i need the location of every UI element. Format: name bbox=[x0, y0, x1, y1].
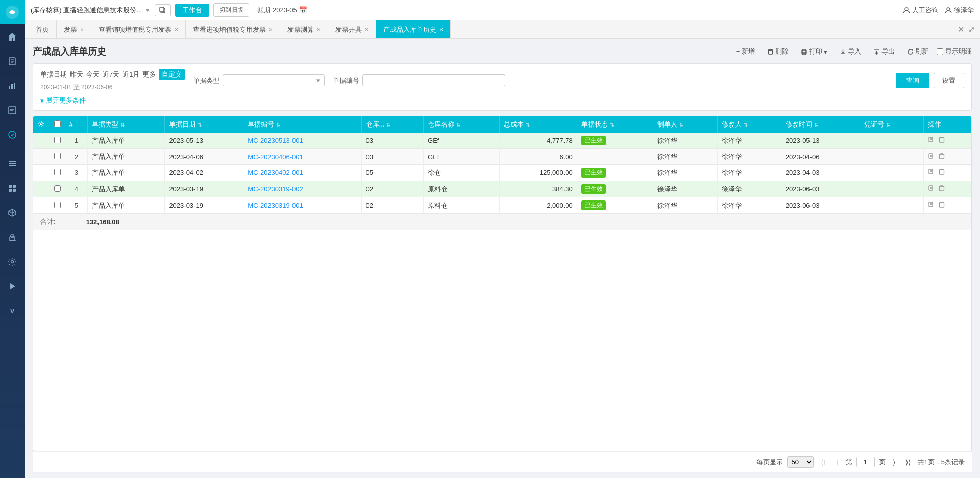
username-display[interactable]: 徐泽华 bbox=[945, 6, 974, 15]
number-link[interactable]: MC-20230402-001 bbox=[248, 169, 303, 177]
per-page-select[interactable]: 50 100 200 bbox=[787, 456, 814, 468]
type-select-input[interactable] bbox=[227, 77, 314, 84]
sidebar-item-version[interactable]: V bbox=[0, 298, 24, 323]
td-checkbox[interactable] bbox=[50, 133, 65, 149]
tab-open[interactable]: 发票开具 × bbox=[328, 20, 376, 39]
th-total-cost[interactable]: 总成本⇅ bbox=[500, 116, 577, 133]
display-detail-toggle[interactable]: 显示明细 bbox=[937, 47, 972, 56]
tab-close-all-button[interactable]: ✕ bbox=[958, 24, 964, 34]
edit-icon[interactable] bbox=[928, 168, 935, 177]
sidebar-item-play[interactable] bbox=[0, 274, 24, 298]
row-checkbox[interactable] bbox=[54, 153, 61, 159]
tab-input-vat-close[interactable]: × bbox=[269, 26, 273, 33]
sidebar-item-invoice[interactable] bbox=[0, 98, 24, 122]
tab-history-close[interactable]: × bbox=[439, 26, 443, 33]
shortcut-7days[interactable]: 近7天 bbox=[103, 70, 119, 79]
shortcut-1month[interactable]: 近1月 bbox=[122, 70, 139, 79]
edit-icon[interactable] bbox=[928, 201, 935, 210]
shortcut-custom[interactable]: 自定义 bbox=[159, 69, 185, 80]
tab-open-close[interactable]: × bbox=[365, 26, 369, 33]
th-warehouse-name[interactable]: 仓库名称⇅ bbox=[424, 116, 500, 133]
next-page-button[interactable]: ⟩ bbox=[890, 457, 898, 467]
number-link[interactable]: MC-20230319-002 bbox=[248, 185, 303, 193]
import-button[interactable]: 导入 bbox=[836, 45, 865, 58]
display-detail-checkbox[interactable] bbox=[937, 48, 943, 55]
row-checkbox[interactable] bbox=[54, 137, 61, 143]
th-checkbox[interactable] bbox=[50, 116, 65, 133]
workbench-button[interactable]: 工作台 bbox=[175, 4, 209, 17]
td-number[interactable]: MC-20230402-001 bbox=[243, 165, 361, 181]
row-checkbox[interactable] bbox=[54, 169, 61, 175]
shortcut-yesterday[interactable]: 昨天 bbox=[70, 70, 83, 79]
company-dropdown-icon[interactable]: ▾ bbox=[146, 6, 150, 14]
sidebar-item-settings[interactable] bbox=[0, 249, 24, 274]
td-number[interactable]: MC-20230319-002 bbox=[243, 181, 361, 197]
copy-button[interactable] bbox=[155, 4, 171, 16]
th-modifier[interactable]: 修改人⇅ bbox=[717, 116, 781, 133]
delete-button[interactable]: 删除 bbox=[763, 45, 793, 58]
tab-sales-vat-close[interactable]: × bbox=[175, 26, 178, 33]
th-voucher[interactable]: 凭证号⇅ bbox=[860, 116, 923, 133]
sidebar-item-home[interactable] bbox=[0, 24, 24, 49]
tab-sales-vat[interactable]: 查看销项增值税专用发票 × bbox=[91, 20, 186, 39]
tab-calc-close[interactable]: × bbox=[317, 26, 321, 33]
sidebar-item-stamp[interactable] bbox=[0, 225, 24, 249]
row-checkbox[interactable] bbox=[54, 202, 61, 208]
tab-home[interactable]: 首页 bbox=[29, 20, 57, 39]
td-checkbox[interactable] bbox=[50, 149, 65, 165]
tab-calc[interactable]: 发票测算 × bbox=[280, 20, 328, 39]
delete-row-icon[interactable] bbox=[938, 185, 945, 193]
set-button[interactable]: 设置 bbox=[934, 73, 964, 88]
th-type[interactable]: 单据类型⇅ bbox=[88, 116, 165, 133]
th-modify-time[interactable]: 修改时间⇅ bbox=[781, 116, 860, 133]
query-button[interactable]: 查询 bbox=[896, 73, 929, 88]
sidebar-item-grid[interactable] bbox=[0, 176, 24, 200]
tab-input-vat[interactable]: 查看进项增值税专用发票 × bbox=[186, 20, 280, 39]
last-page-button[interactable]: ⟩⟩ bbox=[902, 457, 914, 467]
td-number[interactable]: MC-20230513-001 bbox=[243, 133, 361, 149]
th-settings[interactable] bbox=[33, 116, 50, 133]
edit-icon[interactable] bbox=[928, 153, 935, 161]
number-input[interactable] bbox=[367, 77, 501, 84]
sidebar-item-active[interactable] bbox=[0, 122, 24, 147]
export-button[interactable]: 导出 bbox=[869, 45, 899, 58]
delete-row-icon[interactable] bbox=[938, 153, 945, 161]
th-date[interactable]: 单据日期⇅ bbox=[165, 116, 243, 133]
user-service[interactable]: 人工咨询 bbox=[903, 6, 939, 15]
sidebar-item-chart[interactable] bbox=[0, 73, 24, 98]
td-checkbox[interactable] bbox=[50, 181, 65, 197]
sidebar-item-box[interactable] bbox=[0, 200, 24, 225]
shortcut-today[interactable]: 今天 bbox=[86, 70, 100, 79]
td-number[interactable]: MC-20230406-001 bbox=[243, 149, 361, 165]
row-checkbox[interactable] bbox=[54, 185, 61, 192]
th-warehouse-code[interactable]: 仓库...⇅ bbox=[361, 116, 423, 133]
td-checkbox[interactable] bbox=[50, 165, 65, 181]
first-page-button[interactable]: ⟨⟨ bbox=[818, 457, 829, 467]
tab-maximize-button[interactable]: ⤢ bbox=[968, 24, 975, 34]
select-all-checkbox[interactable] bbox=[54, 120, 61, 127]
sidebar-item-list[interactable] bbox=[0, 152, 24, 176]
tab-invoice[interactable]: 发票 × bbox=[57, 20, 91, 39]
tab-history[interactable]: 产成品入库单历史 × bbox=[376, 20, 451, 39]
expand-more-button[interactable]: ▾ 展开更多条件 bbox=[40, 96, 86, 105]
print-button[interactable]: 打印 ▾ bbox=[797, 45, 831, 58]
sidebar-item-doc[interactable] bbox=[0, 49, 24, 73]
delete-row-icon[interactable] bbox=[938, 168, 945, 177]
number-link[interactable]: MC-20230406-001 bbox=[248, 153, 303, 161]
th-number[interactable]: 单据编号⇅ bbox=[243, 116, 361, 133]
refresh-button[interactable]: 刷新 bbox=[903, 45, 933, 58]
prev-page-button[interactable]: ⟨ bbox=[833, 457, 842, 467]
delete-row-icon[interactable] bbox=[938, 201, 945, 210]
th-creator[interactable]: 制单人⇅ bbox=[653, 116, 717, 133]
tab-invoice-close[interactable]: × bbox=[80, 26, 84, 33]
edit-icon[interactable] bbox=[928, 136, 935, 145]
page-input[interactable] bbox=[856, 457, 875, 467]
switch-button[interactable]: 切到旧版 bbox=[213, 3, 249, 17]
new-button[interactable]: + 新增 bbox=[732, 45, 759, 58]
period-calendar-icon[interactable]: 📅 bbox=[299, 6, 307, 14]
app-logo[interactable] bbox=[0, 0, 24, 24]
td-number[interactable]: MC-20230319-001 bbox=[243, 197, 361, 214]
number-link[interactable]: MC-20230319-001 bbox=[248, 202, 303, 209]
th-status[interactable]: 单据状态⇅ bbox=[577, 116, 653, 133]
print-dropdown-icon[interactable]: ▾ bbox=[824, 48, 827, 56]
